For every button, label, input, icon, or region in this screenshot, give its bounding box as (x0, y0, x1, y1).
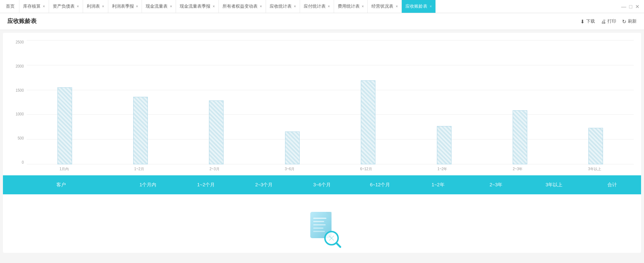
close-icon[interactable]: × (430, 4, 432, 8)
tab-home-label: 首页 (6, 3, 15, 9)
close-icon[interactable]: × (328, 4, 330, 8)
chart-inner: 2500 2000 1500 1000 500 0 (10, 40, 634, 172)
tab-profit-quarter-label: 利润表季报 (112, 3, 134, 9)
chart-body: 1月内 1~2月 2~3月 3~6月 6~12月 1~2年 2~3年 3年以上 (27, 40, 634, 172)
tab-receivable-aging[interactable]: 应收账龄表 × (402, 0, 436, 13)
page-header: 应收账龄表 ⬇ 下载 🖨 打印 ↻ 刷新 (0, 13, 644, 30)
tab-payable-stats-label: 应付统计表 (304, 3, 326, 9)
y-label-2500: 2500 (16, 40, 24, 44)
refresh-button[interactable]: ↻ 刷新 (622, 18, 637, 24)
close-icon[interactable]: × (43, 4, 45, 8)
th-1-2year: 1~2年 (409, 182, 467, 188)
th-6-12month: 6~12个月 (351, 182, 409, 188)
maximize-button[interactable]: □ (629, 4, 632, 9)
refresh-icon: ↻ (622, 19, 626, 24)
tab-inventory-label: 库存核算 (23, 3, 41, 9)
close-icon[interactable]: × (294, 4, 296, 8)
tab-window-controls: — □ ✕ (621, 4, 643, 9)
th-2-3year: 2~3年 (467, 182, 525, 188)
tab-equity[interactable]: 所有者权益变动表 × (219, 0, 266, 13)
close-icon[interactable]: × (213, 4, 215, 8)
bar-2-3month (209, 100, 224, 164)
refresh-label: 刷新 (628, 18, 637, 24)
x-label-6-12month: 6~12月 (360, 167, 372, 172)
close-icon[interactable]: × (396, 4, 398, 8)
close-icon[interactable]: × (170, 4, 172, 8)
bars-row (27, 40, 634, 164)
download-button[interactable]: ⬇ 下载 (580, 18, 595, 24)
x-labels: 1月内 1~2月 2~3月 3~6月 6~12月 1~2年 2~3年 3年以上 (27, 167, 634, 172)
chart-area: 2500 2000 1500 1000 500 0 (3, 33, 641, 175)
tab-receivable-stats-label: 应收统计表 (270, 3, 292, 9)
tab-cashflow[interactable]: 现金流量表 × (142, 0, 176, 13)
th-total: 合计 (583, 182, 641, 188)
x-label-1-2year: 1~2年 (437, 167, 447, 172)
tab-profit-label: 利润表 (87, 3, 100, 9)
th-1-2month: 1~2个月 (177, 182, 235, 188)
close-icon[interactable]: × (260, 4, 262, 8)
bar-group-2-3month (209, 100, 224, 164)
close-icon[interactable]: × (362, 4, 364, 8)
bar-3-6month (285, 132, 300, 164)
bar-group-6-12month (361, 80, 375, 164)
tab-profit[interactable]: 利润表 × (83, 0, 108, 13)
tab-balance-sheet[interactable]: 资产负债表 × (49, 0, 83, 13)
th-2-3month: 2~3个月 (235, 182, 293, 188)
tab-cashflow-label: 现金流量表 (146, 3, 168, 9)
table-header: 客户 1个月内 1~2个月 2~3个月 3~6个月 6~12个月 1~2年 2~… (3, 175, 641, 194)
bar-1month (57, 87, 72, 164)
header-actions: ⬇ 下载 🖨 打印 ↻ 刷新 (580, 18, 637, 24)
y-label-2000: 2000 (16, 64, 24, 68)
bar-group-1-2month (133, 97, 148, 164)
bar-1-2month (133, 97, 148, 164)
x-label-1-2month: 1~2月 (134, 167, 144, 172)
close-icon[interactable]: × (77, 4, 79, 8)
svg-rect-2 (313, 218, 326, 219)
svg-line-10 (336, 243, 340, 247)
bar-2-3year (513, 110, 527, 164)
empty-icon (304, 209, 340, 245)
tab-expense-stats-label: 费用统计表 (338, 3, 360, 9)
x-label-1month: 1月内 (59, 167, 69, 172)
print-button[interactable]: 🖨 打印 (601, 18, 616, 24)
download-label: 下载 (586, 18, 595, 24)
x-label-2-3month: 2~3月 (210, 167, 220, 172)
empty-state (3, 194, 641, 253)
bar-1-2year (437, 126, 452, 164)
bar-group-3-6month (285, 132, 300, 164)
print-icon: 🖨 (601, 19, 606, 24)
x-label-2-3year: 2~3年 (513, 167, 523, 172)
minimize-button[interactable]: — (621, 4, 626, 9)
y-label-1500: 1500 (16, 88, 24, 92)
tab-expense-stats[interactable]: 费用统计表 × (334, 0, 368, 13)
svg-rect-4 (313, 224, 326, 225)
tab-equity-label: 所有者权益变动表 (222, 3, 258, 9)
empty-illustration (304, 209, 344, 249)
y-axis: 2500 2000 1500 1000 500 0 (10, 40, 27, 172)
print-label: 打印 (607, 18, 616, 24)
close-icon[interactable]: × (102, 4, 104, 8)
svg-rect-5 (313, 228, 323, 229)
bar-group-1-2year (437, 126, 452, 164)
tab-balance-sheet-label: 资产负债表 (53, 3, 75, 9)
bar-group-1month (57, 87, 72, 164)
tab-receivable-stats[interactable]: 应收统计表 × (266, 0, 300, 13)
main-content: 2500 2000 1500 1000 500 0 (3, 33, 641, 253)
bar-3year-plus (588, 128, 603, 164)
tab-operation[interactable]: 经营状况表 × (368, 0, 402, 13)
tab-home[interactable]: 首页 (1, 0, 19, 13)
th-3year-plus: 3年以上 (525, 182, 583, 188)
y-label-500: 500 (18, 136, 24, 140)
tab-receivable-aging-label: 应收账龄表 (405, 3, 427, 9)
tab-cashflow-quarter-label: 现金流量表季报 (180, 3, 210, 9)
tab-profit-quarter[interactable]: 利润表季报 × (108, 0, 142, 13)
tab-cashflow-quarter[interactable]: 现金流量表季报 × (176, 0, 219, 13)
close-icon[interactable]: × (136, 4, 138, 8)
tab-inventory[interactable]: 库存核算 × (19, 0, 49, 13)
close-window-button[interactable]: ✕ (635, 4, 640, 9)
bar-group-3year-plus (588, 128, 603, 164)
tab-payable-stats[interactable]: 应付统计表 × (300, 0, 334, 13)
x-label-3year-plus: 3年以上 (588, 167, 601, 172)
bar-group-2-3year (513, 110, 527, 164)
y-label-1000: 1000 (16, 112, 24, 116)
